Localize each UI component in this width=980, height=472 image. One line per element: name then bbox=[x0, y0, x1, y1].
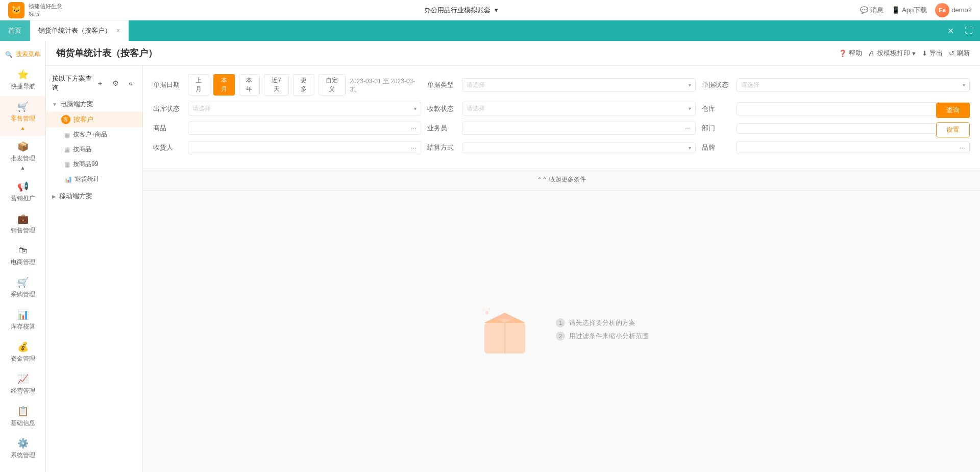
sidebar-item-label-basic: 基础信息 bbox=[11, 419, 35, 428]
message-btn[interactable]: 💬 消息 bbox=[860, 6, 884, 15]
industry-selector[interactable]: 办公用品行业模拟账套 ▾ bbox=[62, 6, 860, 15]
content-panel: 销货单统计表（按客户） ❓ 帮助 🖨 按模板打印 ▾ ⬇ 导出 ↺ 刷新 bbox=[46, 41, 980, 472]
sidebar-item-retail[interactable]: 🛒 零售管理 ▲ bbox=[0, 96, 45, 136]
mobile-arrow-icon: ▶ bbox=[52, 194, 56, 199]
sidebar-item-marketing[interactable]: 📢 营销推广 bbox=[0, 176, 45, 208]
pay-method-select[interactable]: ▾ bbox=[462, 143, 695, 153]
dept-select[interactable]: ▾ bbox=[737, 123, 970, 134]
refresh-icon: ↺ bbox=[949, 50, 954, 57]
tab-close-icon[interactable]: × bbox=[116, 27, 120, 34]
sidebar-item-label-quicknav: 快捷导航 bbox=[11, 82, 35, 91]
user-btn[interactable]: Ea demo2 bbox=[935, 3, 972, 17]
warehouse-select[interactable]: ··· bbox=[737, 102, 970, 115]
sidebar-item-label-ecommerce: 电商管理 bbox=[11, 258, 35, 267]
sidebar-item-inventory[interactable]: 📊 库存核算 bbox=[0, 304, 45, 336]
finance-icon: 💰 bbox=[17, 341, 29, 352]
tab-expand-btn[interactable]: ⛶ bbox=[962, 23, 976, 38]
salesman-select[interactable]: ··· bbox=[462, 122, 695, 135]
sidebar-item-purchase[interactable]: 🛒 采购管理 bbox=[0, 272, 45, 304]
tree-item-return-stats-label: 退货统计 bbox=[75, 175, 100, 183]
page-title: 销货单统计表（按客户） bbox=[56, 47, 157, 65]
quicknav-icon: ⭐ bbox=[17, 69, 29, 80]
sidebar-item-label-inventory: 库存核算 bbox=[11, 322, 35, 331]
marketing-icon: 📢 bbox=[17, 181, 29, 192]
sidebar-item-ecommerce[interactable]: 🛍 电商管理 bbox=[0, 240, 45, 272]
tree-item-by-goods[interactable]: ▦ 按商品 bbox=[46, 142, 142, 157]
filter-cell-receiver: 收货人 ··· bbox=[153, 141, 421, 154]
goods-select[interactable]: ··· bbox=[188, 122, 421, 135]
tree-group-desktop: ▼ 电脑端方案 客 按客户 ▦ 按客户+商品 ▦ 按商品 bbox=[46, 97, 142, 186]
sidebar-item-label-sales: 销售管理 bbox=[11, 226, 35, 235]
status-dropdown-icon: ▾ bbox=[963, 82, 965, 88]
warehouse-label: 仓库 bbox=[702, 104, 732, 113]
ecommerce-icon: 🛍 bbox=[18, 245, 28, 256]
pay-status-select[interactable]: 请选择 ▾ bbox=[462, 102, 695, 115]
sidebar-item-system[interactable]: ⚙️ 系统管理 bbox=[0, 433, 45, 465]
svg-point-3 bbox=[488, 308, 491, 310]
sidebar-item-label-wholesale: 批发管理 bbox=[11, 154, 35, 163]
tab-active[interactable]: 销货单统计表（按客户） × bbox=[30, 20, 129, 41]
filter-row-2: 出库状态 请选择 ▾ 收款状态 请选择 ▾ bbox=[153, 102, 970, 115]
app-download-btn[interactable]: 📱 App下载 bbox=[892, 6, 927, 15]
type-label: 单据类型 bbox=[427, 80, 458, 89]
date-btn-7days[interactable]: 近7天 bbox=[264, 74, 288, 96]
print-icon: 🖨 bbox=[868, 50, 875, 57]
brand-select[interactable]: ··· bbox=[737, 141, 970, 154]
tree-item-by-goods99[interactable]: ▦ 按商品99 bbox=[46, 157, 142, 172]
out-status-select[interactable]: 请选择 ▾ bbox=[188, 102, 421, 115]
top-header: 🐱 畅捷信好生意 标版 办公用品行业模拟账套 ▾ 💬 消息 📱 App下载 Ea… bbox=[0, 0, 980, 20]
sidebar-item-basic[interactable]: 📋 基础信息 bbox=[0, 400, 45, 433]
query-btn[interactable]: 查询 bbox=[936, 103, 970, 118]
date-btn-this-year[interactable]: 本年 bbox=[239, 74, 260, 96]
collapse-btn[interactable]: ⌃⌃ 收起更多条件 bbox=[529, 173, 594, 186]
sidebar-item-sales[interactable]: 💼 销售管理 bbox=[0, 208, 45, 240]
tab-home[interactable]: 首页 bbox=[0, 20, 30, 41]
help-btn[interactable]: ❓ 帮助 bbox=[839, 49, 862, 58]
collapse-panel-btn[interactable]: « bbox=[125, 78, 136, 89]
settings-btn[interactable]: 设置 bbox=[936, 122, 970, 137]
tree-item-by-customer[interactable]: 客 按客户 bbox=[46, 112, 142, 127]
sidebar-item-label-finance: 资金管理 bbox=[11, 355, 35, 363]
tree-item-by-customer-goods-label: 按客户+商品 bbox=[73, 130, 107, 139]
add-scheme-btn[interactable]: + bbox=[94, 78, 106, 89]
sidebar-item-finance[interactable]: 💰 资金管理 bbox=[0, 336, 45, 368]
tree-group-mobile-header[interactable]: ▶ 移动端方案 bbox=[46, 188, 142, 204]
filter-cell-goods: 商品 ··· bbox=[153, 122, 421, 135]
sidebar-item-quicknav[interactable]: ⭐ 快捷导航 bbox=[0, 64, 45, 96]
tree-item-return-stats[interactable]: 📊 退货统计 bbox=[46, 172, 142, 186]
search-menu-item[interactable]: 🔍 搜索菜单 bbox=[0, 45, 45, 64]
tree-item-by-customer-goods[interactable]: ▦ 按客户+商品 bbox=[46, 127, 142, 142]
mobile-group-label: 移动端方案 bbox=[59, 192, 92, 201]
filter-cell-out-status: 出库状态 请选择 ▾ bbox=[153, 102, 421, 115]
header-right: 💬 消息 📱 App下载 Ea demo2 bbox=[860, 3, 972, 17]
date-btn-last-month[interactable]: 上月 bbox=[188, 74, 209, 96]
goods-icon: ▦ bbox=[64, 146, 70, 153]
sidebar-item-operation[interactable]: 📈 经营管理 bbox=[0, 368, 45, 400]
tab-minimize-btn[interactable]: ✕ bbox=[943, 23, 958, 38]
refresh-btn[interactable]: ↺ 刷新 bbox=[949, 49, 970, 58]
tree-group-desktop-header[interactable]: ▼ 电脑端方案 bbox=[46, 97, 142, 112]
doc-status-select[interactable]: 请选择 ▾ bbox=[737, 78, 970, 92]
tip-text-1: 请先选择要分析的方案 bbox=[569, 318, 635, 327]
sidebar-item-enterprise[interactable]: 🤝 企业协同 bbox=[0, 465, 45, 472]
goods99-icon: ▦ bbox=[64, 161, 70, 168]
export-btn[interactable]: ⬇ 导出 bbox=[922, 49, 943, 58]
doc-type-select[interactable]: 请选择 ▾ bbox=[462, 78, 695, 92]
settings-scheme-btn[interactable]: ⚙ bbox=[110, 78, 121, 89]
date-btn-custom[interactable]: 自定义 bbox=[318, 74, 346, 96]
receiver-dots-icon[interactable]: ··· bbox=[411, 144, 417, 152]
date-btn-this-month[interactable]: 本月 bbox=[213, 74, 235, 96]
system-icon: ⚙️ bbox=[17, 438, 29, 449]
collapse-row: ⌃⌃ 收起更多条件 bbox=[143, 169, 980, 191]
brand-dots-icon[interactable]: ··· bbox=[959, 144, 965, 152]
brand-label: 品牌 bbox=[702, 143, 732, 152]
out-status-dropdown-icon: ▾ bbox=[414, 106, 416, 111]
goods-dots-icon[interactable]: ··· bbox=[411, 124, 417, 132]
avatar: Ea bbox=[935, 3, 949, 17]
salesman-dots-icon[interactable]: ··· bbox=[685, 124, 691, 132]
receiver-select[interactable]: ··· bbox=[188, 141, 421, 154]
sidebar-item-wholesale[interactable]: 📦 批发管理 ▲ bbox=[0, 136, 45, 176]
scheme-panel-label: 按以下方案查询 bbox=[52, 74, 94, 92]
date-btn-more[interactable]: 更多 bbox=[293, 74, 314, 96]
print-btn[interactable]: 🖨 按模板打印 ▾ bbox=[868, 49, 916, 58]
